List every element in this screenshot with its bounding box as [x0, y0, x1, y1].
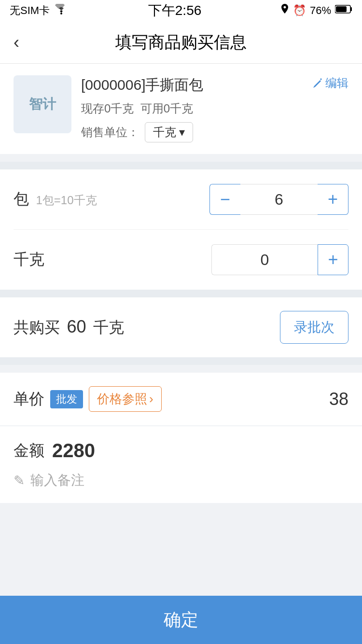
- battery-text: 76%: [310, 4, 331, 17]
- confirm-label: 确定: [164, 608, 198, 632]
- kg-increment-button[interactable]: +: [318, 244, 348, 275]
- total-label: 共购买: [14, 319, 60, 336]
- bag-label-group: 包 1包=10千克: [14, 189, 97, 210]
- kg-input[interactable]: [211, 244, 318, 275]
- note-row: ✎ 输入备注: [14, 471, 348, 490]
- bag-decrement-button[interactable]: −: [209, 184, 240, 215]
- product-card: 智计 [0000006]手撕面包 编辑 现存0千克 可用0千克 销售单位： 千克…: [0, 64, 362, 154]
- price-ref-label: 价格参照: [97, 391, 147, 407]
- total-unit: 千克: [93, 319, 124, 336]
- kg-input-row: 千克 +: [14, 230, 348, 290]
- nav-bar: ‹ 填写商品购买信息: [0, 21, 362, 64]
- product-thumbnail: 智计: [14, 75, 71, 133]
- status-time: 下午2:56: [148, 1, 202, 20]
- product-logo: 智计: [29, 95, 56, 113]
- wifi-icon: [54, 4, 69, 17]
- product-stock: 现存0千克 可用0千克: [81, 101, 348, 116]
- svg-point-0: [60, 13, 62, 14]
- svg-rect-2: [350, 7, 352, 11]
- bag-label: 包: [14, 190, 29, 208]
- price-row: 单价 批发 价格参照 › 38: [14, 386, 348, 412]
- pencil-icon: ✎: [14, 473, 25, 489]
- note-placeholder: 输入备注: [30, 471, 84, 490]
- alarm-icon: ⏰: [293, 4, 306, 17]
- product-info: [0000006]手撕面包 编辑 现存0千克 可用0千克 销售单位： 千克 ▾: [81, 75, 348, 142]
- status-left: 无SIM卡: [10, 3, 69, 18]
- amount-section: 金额 2280 ✎ 输入备注: [0, 426, 362, 503]
- amount-row: 金额 2280: [14, 440, 348, 462]
- battery-icon: [335, 4, 352, 17]
- kg-label: 千克: [14, 249, 44, 270]
- section-divider-2: [0, 290, 362, 297]
- price-value: 38: [329, 389, 348, 409]
- bag-stepper: − +: [209, 184, 348, 215]
- amount-label: 金额: [14, 440, 44, 462]
- status-right: ⏰ 76%: [280, 4, 352, 17]
- chevron-right-icon: ›: [149, 392, 153, 406]
- back-button[interactable]: ‹: [14, 32, 19, 53]
- bag-increment-button[interactable]: +: [318, 184, 348, 215]
- input-section: 包 1包=10千克 − + 千克 +: [0, 169, 362, 290]
- svg-rect-3: [336, 6, 347, 12]
- price-section: 单价 批发 价格参照 › 38: [0, 373, 362, 425]
- record-batch-button[interactable]: 录批次: [280, 311, 348, 344]
- price-label: 单价: [14, 389, 44, 410]
- unit-dropdown[interactable]: 千克 ▾: [145, 122, 193, 142]
- status-bar: 无SIM卡 下午2:56 ⏰ 76%: [0, 0, 362, 21]
- edit-button[interactable]: 编辑: [313, 75, 348, 91]
- unit-value: 千克: [153, 125, 176, 140]
- unit-label: 销售单位：: [81, 125, 139, 140]
- kg-stepper: +: [211, 244, 348, 275]
- section-divider-3: [0, 357, 362, 365]
- bag-hint: 1包=10千克: [36, 194, 97, 207]
- bag-input-row: 包 1包=10千克 − +: [14, 169, 348, 230]
- price-tag: 批发: [50, 390, 83, 408]
- dropdown-arrow: ▾: [179, 126, 185, 139]
- confirm-bar[interactable]: 确定: [0, 596, 362, 644]
- product-name-row: [0000006]手撕面包 编辑: [81, 75, 348, 95]
- location-icon: [280, 4, 289, 17]
- section-divider-1: [0, 162, 362, 169]
- edit-label: 编辑: [325, 75, 348, 91]
- bag-input[interactable]: [240, 184, 318, 215]
- page-title: 填写商品购买信息: [115, 31, 247, 54]
- total-row: 共购买 60 千克 录批次: [0, 297, 362, 357]
- product-name: [0000006]手撕面包: [81, 75, 203, 95]
- price-reference-button[interactable]: 价格参照 ›: [89, 386, 162, 412]
- product-unit-row: 销售单位： 千克 ▾: [81, 122, 348, 142]
- total-text-group: 共购买 60 千克: [14, 317, 124, 338]
- price-label-group: 单价 批发 价格参照 ›: [14, 386, 162, 412]
- total-value: 60: [67, 317, 86, 336]
- sim-text: 无SIM卡: [10, 3, 50, 18]
- amount-value: 2280: [52, 440, 95, 462]
